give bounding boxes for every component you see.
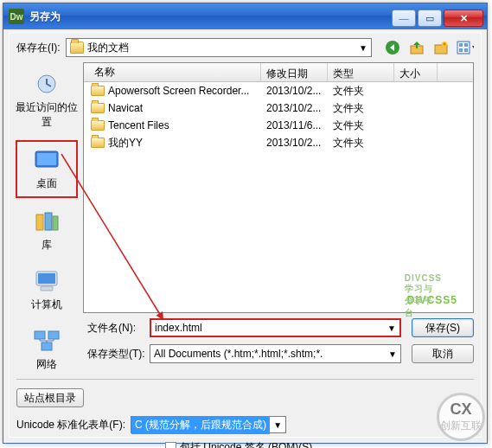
place-computer[interactable]: 计算机 xyxy=(16,263,78,317)
save-button[interactable]: 保存(S) xyxy=(412,318,474,337)
folder-icon xyxy=(91,138,105,148)
view-menu-icon[interactable] xyxy=(457,39,474,56)
unicode-label: Unicode 标准化表单(F): xyxy=(16,418,125,432)
bom-checkbox[interactable] xyxy=(165,442,176,448)
save-in-value: 我的文档 xyxy=(87,41,129,55)
svg-rect-20 xyxy=(42,342,52,350)
window-title: 另存为 xyxy=(29,10,392,24)
close-button[interactable]: ✕ xyxy=(444,10,483,27)
svg-rect-6 xyxy=(464,43,468,47)
place-libraries[interactable]: 库 xyxy=(16,203,78,258)
place-recent[interactable]: 最近访问的位置 xyxy=(16,66,78,135)
svg-rect-17 xyxy=(41,286,53,291)
svg-rect-8 xyxy=(464,48,468,52)
filename-label: 文件名(N): xyxy=(87,321,150,336)
minimize-button[interactable]: — xyxy=(392,10,416,27)
file-list[interactable]: 名称 修改日期 类型 大小 Apowersoft Screen Recorder… xyxy=(83,62,474,313)
folder-icon xyxy=(91,86,105,96)
filename-input[interactable]: index.html ▼ xyxy=(150,318,401,337)
app-icon: Dw xyxy=(9,9,24,24)
filetype-label: 保存类型(T): xyxy=(87,347,150,362)
folder-icon xyxy=(70,42,84,54)
table-row[interactable]: Apowersoft Screen Recorder...2013/10/2..… xyxy=(84,82,473,99)
place-network[interactable]: 网络 xyxy=(16,323,78,377)
chevron-down-icon: ▼ xyxy=(388,349,397,359)
svg-rect-18 xyxy=(35,331,45,339)
folder-icon xyxy=(91,120,105,131)
save-as-dialog: Dw 另存为 — ▭ ✕ 保存在(I): 我的文档 ▼ xyxy=(3,3,488,444)
titlebar[interactable]: Dw 另存为 — ▭ ✕ xyxy=(3,3,487,29)
table-row[interactable]: 我的YY2013/10/2...文件夹 xyxy=(84,134,473,151)
svg-rect-19 xyxy=(48,331,59,339)
list-header[interactable]: 名称 修改日期 类型 大小 xyxy=(84,63,473,82)
chevron-down-icon: ▼ xyxy=(270,420,285,430)
place-label: 最近访问的位置 xyxy=(16,100,78,130)
place-label: 桌面 xyxy=(36,176,57,191)
site-root-button[interactable]: 站点根目录 xyxy=(16,388,84,407)
bom-label: 包括 Unicode 签名 (BOM)(S) xyxy=(180,440,312,448)
svg-rect-7 xyxy=(459,48,463,52)
col-type[interactable]: 类型 xyxy=(328,63,394,81)
svg-rect-16 xyxy=(38,273,55,284)
table-row[interactable]: Tencent Files2013/11/6...文件夹 xyxy=(84,117,473,134)
save-in-combo[interactable]: 我的文档 ▼ xyxy=(66,38,372,57)
unicode-combo[interactable]: C (规范分解，后跟规范合成) ▼ xyxy=(131,416,286,433)
filetype-combo[interactable]: All Documents (*.htm;*.html;*.shtm;*. ▼ xyxy=(150,344,401,363)
svg-rect-12 xyxy=(36,214,43,230)
svg-rect-5 xyxy=(459,43,463,47)
table-row[interactable]: Navicat2013/10/2...文件夹 xyxy=(84,99,473,117)
up-one-level-icon[interactable] xyxy=(408,39,425,56)
place-label: 库 xyxy=(42,238,52,253)
recent-icon xyxy=(31,71,62,97)
new-folder-icon[interactable] xyxy=(432,39,450,56)
libraries-icon xyxy=(31,208,62,234)
places-bar: 最近访问的位置 桌面 库 计算机 网络 xyxy=(10,62,83,313)
col-date[interactable]: 修改日期 xyxy=(261,63,328,81)
svg-rect-13 xyxy=(45,213,52,230)
place-label: 计算机 xyxy=(31,298,62,312)
network-icon xyxy=(31,328,62,354)
place-desktop[interactable]: 桌面 xyxy=(16,140,78,198)
place-label: 网络 xyxy=(36,357,57,372)
col-size[interactable]: 大小 xyxy=(394,63,438,81)
maximize-button[interactable]: ▭ xyxy=(418,10,442,27)
desktop-icon xyxy=(31,147,62,173)
save-in-label: 保存在(I): xyxy=(16,41,61,55)
cancel-button[interactable]: 取消 xyxy=(412,344,474,363)
chevron-down-icon: ▼ xyxy=(359,43,367,53)
col-name[interactable]: 名称 xyxy=(84,63,261,81)
chevron-down-icon: ▼ xyxy=(387,323,396,333)
computer-icon xyxy=(31,268,62,294)
svg-rect-11 xyxy=(37,153,56,165)
folder-icon xyxy=(91,103,105,113)
svg-rect-14 xyxy=(53,216,58,230)
back-icon[interactable] xyxy=(384,39,401,56)
